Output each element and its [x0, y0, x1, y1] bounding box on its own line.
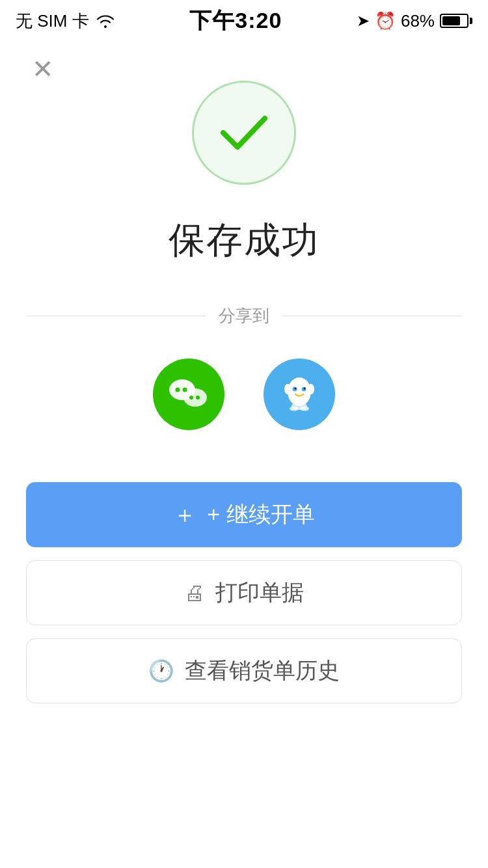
- close-icon: ✕: [32, 56, 54, 82]
- status-left: 无 SIM 卡: [16, 10, 115, 33]
- carrier-text: 无 SIM 卡: [16, 10, 89, 33]
- share-divider: 分享到: [26, 305, 462, 327]
- share-icons-container: [153, 359, 335, 430]
- status-bar: 无 SIM 卡 下午3:20 ➤ ⏰ 68%: [0, 0, 488, 42]
- print-icon: 🖨: [184, 581, 205, 605]
- svg-point-15: [300, 407, 309, 411]
- svg-point-10: [295, 388, 297, 390]
- share-label: 分享到: [219, 305, 269, 327]
- print-button[interactable]: 🖨 打印单据: [26, 560, 462, 625]
- svg-point-1: [176, 388, 180, 392]
- qq-share-button[interactable]: [264, 359, 335, 430]
- status-right: ➤ ⏰ 68%: [357, 11, 472, 31]
- close-button[interactable]: ✕: [26, 52, 60, 86]
- alarm-icon: ⏰: [375, 11, 396, 31]
- history-icon: 🕐: [148, 658, 174, 683]
- battery-icon: [440, 14, 472, 28]
- status-time: 下午3:20: [189, 6, 282, 36]
- continue-button[interactable]: ＋ + 继续开单: [26, 482, 462, 547]
- qq-icon: [278, 373, 320, 415]
- wifi-icon: [96, 14, 115, 28]
- svg-point-3: [183, 388, 207, 407]
- wechat-share-button[interactable]: [153, 359, 224, 430]
- divider-right: [282, 316, 462, 316]
- location-icon: ➤: [357, 12, 370, 30]
- success-circle: [192, 81, 296, 185]
- history-label: 查看销货单历史: [185, 656, 340, 686]
- svg-point-6: [288, 377, 311, 406]
- wechat-icon: [168, 377, 210, 412]
- svg-point-11: [304, 388, 306, 390]
- svg-point-5: [196, 396, 200, 400]
- main-content: 保存成功 分享到: [0, 42, 488, 703]
- print-label: 打印单据: [215, 578, 304, 608]
- continue-icon: ＋: [173, 499, 197, 531]
- svg-point-4: [189, 396, 193, 400]
- svg-point-14: [290, 407, 299, 411]
- checkmark-icon: [218, 113, 270, 152]
- svg-point-2: [183, 388, 187, 392]
- divider-left: [26, 316, 206, 316]
- svg-point-12: [284, 384, 291, 394]
- battery-text: 68%: [401, 11, 435, 31]
- success-title: 保存成功: [169, 216, 319, 265]
- history-button[interactable]: 🕐 查看销货单历史: [26, 638, 462, 703]
- svg-point-13: [308, 384, 314, 394]
- action-buttons: ＋ + 继续开单 🖨 打印单据 🕐 查看销货单历史: [26, 482, 462, 703]
- continue-label: + 继续开单: [207, 500, 314, 530]
